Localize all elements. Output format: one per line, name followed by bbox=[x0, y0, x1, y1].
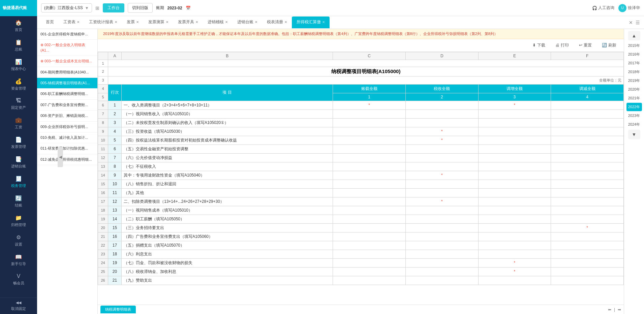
col-a-9[interactable]: 10 bbox=[108, 180, 122, 188]
reset-button[interactable]: ↩ 重置 bbox=[576, 41, 595, 50]
col-f-1[interactable] bbox=[551, 109, 624, 118]
nav-tab-tax-clearance[interactable]: 税表清册✕ bbox=[262, 17, 292, 28]
col-f-13[interactable] bbox=[551, 215, 624, 223]
col-c-19[interactable] bbox=[333, 267, 406, 276]
left-panel-item-010[interactable]: 010-免税、减计收入及加计... bbox=[37, 132, 97, 143]
table-row[interactable]: 20 15 （三）业务招待要支出 * bbox=[98, 223, 624, 232]
col-b-0[interactable]: 一、收入类调整项目（2+3+4+5+6+7+8+10+11） bbox=[122, 101, 333, 109]
col-e-20[interactable] bbox=[478, 276, 551, 285]
sidebar-item-settlement[interactable]: 🔄结账 bbox=[0, 192, 37, 211]
table-row[interactable]: 24 19 （七）罚金、罚款和被没收财物的损失 * bbox=[98, 258, 624, 267]
col-a-0[interactable]: 1 bbox=[108, 101, 122, 109]
col-c-14[interactable] bbox=[333, 223, 406, 232]
left-panel-item-012[interactable]: 012-减免企业所得税优惠明细... bbox=[37, 154, 97, 165]
col-a-2[interactable]: 3 bbox=[108, 118, 122, 127]
col-a-17[interactable]: 18 bbox=[108, 250, 122, 258]
nav-tab-invoice-calc[interactable]: 发票测算✕ bbox=[144, 17, 173, 28]
col-b-4[interactable]: （四）按权益法核算长期股权投资对初始投资成本调整确认收益 bbox=[122, 136, 333, 145]
left-panel-item-001[interactable]: 001-企业所得税年度纳税申... bbox=[37, 29, 97, 40]
col-d-5[interactable] bbox=[405, 145, 478, 153]
col-f-8[interactable] bbox=[551, 171, 624, 180]
col-b-8[interactable]: 其中：专项用途财政性资金（填写A105040） bbox=[122, 171, 333, 180]
col-b-11[interactable]: 二、扣除类调整项目（13+14+...24+26+27+28+29+30） bbox=[122, 197, 333, 206]
table-row[interactable]: 21 16 （四）广告费和业务宣传费支出（填写A105060） bbox=[98, 232, 624, 241]
col-f-0[interactable] bbox=[551, 101, 624, 109]
col-e-9[interactable] bbox=[478, 180, 551, 188]
col-e-18[interactable]: * bbox=[478, 258, 551, 267]
table-row[interactable]: 10 5 （四）按权益法核算长期股权投资对初始投资成本调整确认收益 * bbox=[98, 136, 624, 145]
col-a-11[interactable]: 12 bbox=[108, 197, 122, 206]
col-b-2[interactable]: （二）未按权责发生制原则确认的收入（填写A105020①） bbox=[122, 118, 333, 127]
left-panel-item-003[interactable]: ⊗ 003-一般企业成本支出明细... bbox=[37, 56, 97, 67]
nav-tab-purchase-ledger[interactable]: 进销稽核✕ bbox=[203, 17, 233, 28]
col-f-7[interactable] bbox=[551, 162, 624, 171]
sidebar-item-invoice-ledger[interactable]: 📑进销台账 bbox=[0, 153, 37, 172]
col-e-0[interactable]: * bbox=[478, 101, 551, 109]
col-d-15[interactable] bbox=[405, 232, 478, 241]
sidebar-item-member[interactable]: V畅会员 bbox=[0, 270, 37, 289]
col-a-15[interactable]: 16 bbox=[108, 232, 122, 241]
year-item-2019年[interactable]: 2019年 bbox=[626, 76, 642, 85]
col-c-6[interactable] bbox=[333, 153, 406, 162]
col-b-12[interactable]: （一）视同销售成本（填写A105010） bbox=[122, 206, 333, 215]
tab-close-salary-table[interactable]: ✕ bbox=[77, 20, 80, 24]
year-item-2022年[interactable]: 2022年 bbox=[626, 103, 642, 111]
col-f-3[interactable] bbox=[551, 127, 624, 136]
col-a-3[interactable]: 4 bbox=[108, 127, 122, 136]
col-e-7[interactable] bbox=[478, 162, 551, 171]
nav-tab-invoice-open[interactable]: 发票开具✕ bbox=[173, 17, 203, 28]
col-d-2[interactable] bbox=[405, 118, 478, 127]
col-d-1[interactable] bbox=[405, 109, 478, 118]
col-a-5[interactable]: 6 bbox=[108, 145, 122, 153]
year-item-2023年[interactable]: 2023年 bbox=[626, 112, 642, 120]
col-c-20[interactable] bbox=[333, 276, 406, 285]
year-down-nav[interactable]: ▼ bbox=[628, 130, 640, 139]
left-panel-item-007[interactable]: 007-广告费和业务宣传费附... bbox=[37, 100, 97, 111]
col-d-20[interactable] bbox=[405, 276, 478, 285]
table-row[interactable]: 6 1 一、收入类调整项目（2+3+4+5+6+7+8+10+11） * * bbox=[98, 101, 624, 109]
col-d-16[interactable] bbox=[405, 241, 478, 250]
sidebar-item-guide[interactable]: 📖新手引导 bbox=[0, 250, 37, 270]
sidebar-item-report[interactable]: 📊报表中心 bbox=[0, 55, 37, 75]
col-d-19[interactable] bbox=[405, 267, 478, 276]
year-up-nav[interactable]: ▲ bbox=[628, 31, 640, 40]
col-d-13[interactable] bbox=[405, 215, 478, 223]
col-e-14[interactable] bbox=[478, 223, 551, 232]
col-d-11[interactable]: * bbox=[405, 197, 478, 206]
nav-tab-invoice[interactable]: 发票✕ bbox=[122, 17, 144, 28]
col-e-10[interactable] bbox=[478, 188, 551, 197]
year-item-2015年[interactable]: 2015年 bbox=[626, 41, 642, 50]
sidebar-item-invoice-mgmt[interactable]: 📄发票管理 bbox=[0, 133, 37, 153]
sidebar-item-fixed-asset[interactable]: 🏗固定资产 bbox=[0, 94, 37, 114]
col-c-7[interactable] bbox=[333, 162, 406, 171]
col-a-6[interactable]: 7 bbox=[108, 153, 122, 162]
col-f-2[interactable] bbox=[551, 118, 624, 127]
left-panel-item-004[interactable]: 004-期间费用明细表(A1040... bbox=[37, 67, 97, 78]
tab-close-invoice-calc[interactable]: ✕ bbox=[166, 20, 168, 24]
nav-tab-sales-ledger[interactable]: 进销台账✕ bbox=[233, 17, 262, 28]
col-b-14[interactable]: （三）业务招待要支出 bbox=[122, 223, 333, 232]
scroll-left-icon[interactable]: ⬅ bbox=[608, 307, 611, 312]
col-c-5[interactable] bbox=[333, 145, 406, 153]
col-a-18[interactable]: 19 bbox=[108, 258, 122, 267]
nav-tab-income-tax[interactable]: 所得税汇算缴✕ bbox=[292, 17, 330, 28]
table-row[interactable]: 8 3 （二）未按权责发生制原则确认的收入（填写A105020①） bbox=[98, 118, 624, 127]
sidebar-bottom-pin[interactable]: ◀◀ 取消固定 bbox=[0, 297, 37, 314]
user-info[interactable]: U 徐泽华 bbox=[618, 4, 640, 12]
col-a-20[interactable]: 21 bbox=[108, 276, 122, 285]
col-f-12[interactable] bbox=[551, 206, 624, 215]
table-row[interactable]: 12 7 （六）公允价值变动净损益 bbox=[98, 153, 624, 162]
sidebar-item-home[interactable]: 🏠首页 bbox=[0, 16, 37, 36]
calendar-icon[interactable]: 📅 bbox=[186, 6, 191, 10]
col-f-9[interactable] bbox=[551, 180, 624, 188]
col-d-10[interactable] bbox=[405, 188, 478, 197]
refresh-button[interactable]: 🔄 刷新 bbox=[599, 41, 620, 50]
col-e-17[interactable] bbox=[478, 250, 551, 258]
tab-close-purchase-ledger[interactable]: ✕ bbox=[225, 20, 228, 24]
col-a-14[interactable]: 15 bbox=[108, 223, 122, 232]
left-panel-item-009[interactable]: 009-企业所得税弥补亏损明... bbox=[37, 122, 97, 132]
close-all-tabs[interactable]: ✕ ☰ bbox=[629, 20, 640, 25]
tab-close-tax-clearance[interactable]: ✕ bbox=[284, 20, 287, 24]
col-e-13[interactable] bbox=[478, 215, 551, 223]
col-b-6[interactable]: （六）公允价值变动净损益 bbox=[122, 153, 333, 162]
